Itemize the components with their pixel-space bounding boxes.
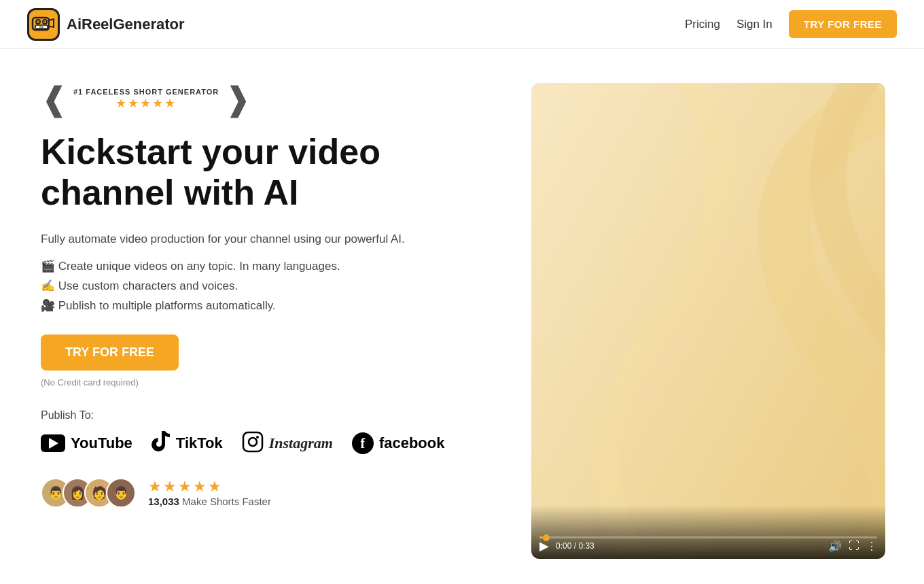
- video-volume-icon[interactable]: 🔊: [828, 540, 842, 553]
- svg-marker-9: [49, 19, 54, 27]
- video-controls-row: ▶ 0:00 / 0:33 🔊 ⛶ ⋮: [539, 538, 877, 553]
- svg-text:IO: IO: [39, 24, 43, 29]
- svg-rect-26: [686, 272, 703, 281]
- nav: Pricing Sign In TRY FOR FREE: [685, 10, 897, 38]
- main-content: ❰ #1 FACELESS SHORT GENERATOR ★★★★★ ❱ Ki…: [0, 49, 924, 584]
- svg-point-18: [684, 290, 686, 292]
- svg-text:IO: IO: [693, 307, 705, 317]
- avatar-4: 👨: [106, 478, 136, 508]
- feature-item-1: 🎬 Create unique videos on any topic. In …: [41, 259, 504, 273]
- video-controls-right: 🔊 ⛶ ⋮: [828, 540, 877, 553]
- proof-text: ★★★★★ 13,033 Make Shorts Faster: [148, 478, 271, 507]
- video-logo-icon: IO: [654, 252, 762, 360]
- left-column: ❰ #1 FACELESS SHORT GENERATOR ★★★★★ ❱ Ki…: [41, 83, 504, 508]
- youtube-icon: [41, 434, 65, 452]
- logo-text: AiReelGenerator: [67, 16, 185, 33]
- proof-count: 13,033 Make Shorts Faster: [148, 496, 271, 507]
- platforms-list: YouTube TikTok: [41, 431, 504, 456]
- feature-item-2: ✍️ Use custom characters and voices.: [41, 279, 504, 293]
- svg-rect-10: [243, 432, 262, 451]
- platform-instagram: Instagram: [242, 431, 333, 456]
- award-badge: ❰ #1 FACELESS SHORT GENERATOR ★★★★★ ❱: [41, 83, 504, 116]
- facebook-icon: f: [352, 432, 374, 454]
- video-content: IO AiReelGenerator.com: [531, 83, 885, 559]
- svg-marker-25: [728, 280, 744, 312]
- try-free-main-button[interactable]: TRY FOR FREE: [41, 334, 179, 371]
- proof-stars: ★★★★★: [148, 478, 271, 496]
- proof-description: Make Shorts Faster: [182, 496, 271, 507]
- platform-tiktok: TikTok: [152, 431, 223, 456]
- tiktok-label: TikTok: [176, 434, 223, 452]
- pricing-link[interactable]: Pricing: [685, 18, 720, 31]
- header: IO AiReelGenerator Pricing Sign In TRY F…: [0, 0, 924, 49]
- laurel-left-icon: ❰: [41, 83, 68, 116]
- svg-point-22: [707, 290, 709, 292]
- svg-point-6: [44, 21, 46, 22]
- video-controls: ▶ 0:00 / 0:33 🔊 ⛶ ⋮: [531, 505, 885, 559]
- video-progress-bar[interactable]: [539, 536, 877, 538]
- avatars-group: 👨 👩 🧑 👨: [41, 478, 136, 508]
- video-time-current: 0:00: [556, 541, 571, 551]
- platform-facebook: f facebook: [352, 432, 445, 454]
- youtube-label: YouTube: [71, 434, 132, 452]
- social-proof: 👨 👩 🧑 👨 ★★★★★ 13,033 Make Shorts Faster: [41, 478, 504, 508]
- facebook-label: facebook: [379, 434, 445, 452]
- badge-label: #1 FACELESS SHORT GENERATOR: [73, 88, 219, 96]
- proof-number: 13,033: [148, 496, 179, 507]
- main-heading: Kickstart your video channel with AI: [41, 132, 504, 213]
- video-site-name: AiReelGenerator.com: [625, 371, 791, 390]
- try-free-header-button[interactable]: TRY FOR FREE: [789, 10, 897, 38]
- features-list: 🎬 Create unique videos on any topic. In …: [41, 259, 504, 313]
- sign-in-link[interactable]: Sign In: [736, 18, 772, 31]
- instagram-label: Instagram: [269, 434, 333, 452]
- video-time: 0:00 / 0:33: [556, 541, 594, 551]
- svg-point-3: [37, 21, 39, 22]
- video-fullscreen-icon[interactable]: ⛶: [849, 540, 859, 553]
- right-column: IO AiReelGenerator.com ▶: [531, 83, 885, 559]
- logo-icon: IO: [27, 8, 60, 41]
- svg-point-12: [256, 436, 259, 439]
- video-panel[interactable]: IO AiReelGenerator.com ▶: [531, 83, 885, 559]
- laurel-right-icon: ❱: [224, 83, 251, 116]
- video-progress-dot: [543, 534, 550, 541]
- platform-youtube: YouTube: [41, 434, 132, 452]
- instagram-icon: [242, 431, 264, 456]
- tiktok-icon: [152, 431, 171, 456]
- video-time-total: 0:33: [578, 541, 594, 551]
- publish-to-label: Publish To:: [41, 409, 504, 422]
- description: Fully automate video production for your…: [41, 230, 504, 248]
- logo-area: IO AiReelGenerator: [27, 8, 185, 41]
- svg-point-17: [686, 292, 691, 296]
- svg-point-21: [708, 292, 713, 296]
- badge-content: #1 FACELESS SHORT GENERATOR ★★★★★: [68, 88, 224, 111]
- no-credit-card-text: (No Credit card required): [41, 377, 504, 388]
- feature-item-3: 🎥 Publish to multiple platforms automati…: [41, 298, 504, 313]
- badge-stars: ★★★★★: [73, 96, 219, 111]
- video-more-icon[interactable]: ⋮: [866, 540, 877, 553]
- video-play-button[interactable]: ▶: [539, 538, 549, 553]
- svg-point-11: [249, 438, 257, 446]
